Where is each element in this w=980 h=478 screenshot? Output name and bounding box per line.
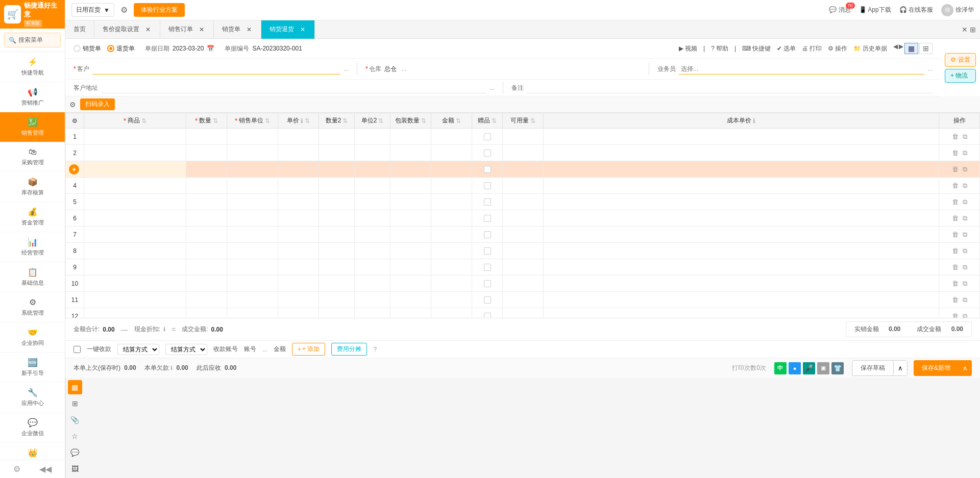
amount-cell[interactable] [431, 145, 472, 161]
sidebar-item-enterprise[interactable]: 🤝 企业协同 [0, 322, 65, 353]
delete-row-btn-active[interactable]: 🗑 [951, 164, 960, 174]
gift-checkbox[interactable] [484, 198, 491, 206]
copy-row-btn[interactable]: ⧉ [962, 132, 968, 142]
status-icon-dot[interactable]: ● [789, 362, 801, 374]
settle-method-select[interactable]: 结算方式 [117, 344, 159, 355]
sidebar-collapse-btn[interactable]: ◀◀ [39, 464, 52, 474]
sidebar-item-guide[interactable]: 🆕 新手引导 [0, 353, 65, 383]
close-all-tabs-icon[interactable]: ✕ [962, 26, 968, 34]
sort-available[interactable]: ⇅ [530, 117, 535, 124]
calendar-icon[interactable]: 📅 [207, 45, 214, 52]
cost-price-cell[interactable] [544, 129, 939, 145]
sidebar-item-system[interactable]: ⚙ 系统管理 [0, 292, 65, 322]
messages-btn[interactable]: 💬 消息 70 [829, 6, 850, 14]
qty-cell[interactable] [186, 129, 227, 145]
sort-product[interactable]: ⇅ [141, 117, 146, 124]
delete-row-btn[interactable]: 🗑 [951, 295, 960, 305]
gift-checkbox[interactable] [484, 313, 491, 318]
close-sales-order-tab[interactable]: ✕ [198, 25, 205, 34]
pkg-qty-cell[interactable] [390, 129, 431, 145]
product-cell-active[interactable] [84, 161, 186, 178]
sidebar-item-purchase[interactable]: 🛍 采购管理 [0, 142, 65, 172]
sort-amount[interactable]: ⇅ [456, 117, 461, 124]
rp-attachment-icon[interactable]: 📎 [68, 413, 82, 427]
product-input-active[interactable] [87, 166, 183, 173]
payment-help-icon[interactable]: ? [373, 346, 377, 353]
delete-row-btn[interactable]: 🗑 [951, 148, 960, 158]
add-logistics-btn[interactable]: + 物流 [945, 69, 976, 83]
action-operate[interactable]: ⚙ 操作 [828, 44, 847, 53]
sort-sales-unit[interactable]: ⇅ [265, 117, 270, 124]
search-menu-button[interactable]: 🔍 搜索菜单 [4, 33, 61, 47]
sidebar-item-marketing[interactable]: 📢 营销推广 [0, 82, 65, 112]
gift-checkbox[interactable] [484, 133, 491, 140]
add-row-btn[interactable]: + [69, 164, 79, 174]
copy-row-btn-active[interactable]: ⧉ [962, 164, 968, 174]
rp-image-icon[interactable]: 🖼 [68, 462, 82, 476]
user-menu[interactable]: 徐 徐泽华 [941, 4, 974, 16]
save-new-dropdown-btn[interactable]: ∧ [959, 360, 972, 376]
sidebar-item-inventory[interactable]: 📦 库存核算 [0, 172, 65, 202]
sidebar-item-wechat[interactable]: 💬 企业微信 [0, 413, 65, 443]
unit-price-cell[interactable] [278, 129, 319, 145]
gift-checkbox[interactable] [484, 231, 491, 238]
action-help[interactable]: ? 帮助 [711, 44, 728, 53]
gift-checkbox[interactable] [484, 149, 491, 157]
sidebar-item-apps[interactable]: 🔧 应用中心 [0, 383, 65, 413]
action-history[interactable]: 📁 历史单据 [853, 44, 887, 53]
address-input[interactable] [101, 83, 486, 93]
add-payment-btn[interactable]: + + 添加 [292, 343, 325, 356]
settings-btn[interactable]: ⚙ 设置 [945, 53, 976, 67]
tab-sales-delivery[interactable]: 销货单 ✕ [214, 20, 261, 39]
save-new-btn[interactable]: 保存&新增 [914, 360, 959, 376]
available-cell[interactable] [503, 129, 544, 145]
qty2-cell[interactable] [319, 145, 355, 161]
qty-cell[interactable] [186, 145, 227, 161]
unit2-cell[interactable] [355, 145, 390, 161]
rp-grid-icon[interactable]: ⊞ [68, 396, 82, 411]
salesperson-dots[interactable]: ... [927, 65, 933, 72]
sort-qty2[interactable]: ⇅ [342, 117, 348, 124]
gift-checkbox[interactable] [484, 264, 491, 271]
prev-record-btn[interactable]: ◀ [893, 43, 898, 54]
delete-row-btn[interactable]: 🗑 [951, 279, 960, 289]
topbar-settings-icon[interactable]: ⚙ [120, 5, 128, 15]
one-click-pay-checkbox[interactable] [74, 346, 81, 353]
tab-price-setting[interactable]: 售价提取设置 ✕ [94, 20, 160, 39]
product-cell[interactable] [84, 129, 186, 145]
experience-btn[interactable]: 体验行业方案 [134, 3, 185, 17]
sidebar-item-sales[interactable]: 💹 销售管理 [0, 112, 65, 142]
industry-selector[interactable]: 日用百货 ▼ [71, 3, 114, 17]
rp-chat-icon[interactable]: 💬 [68, 445, 82, 460]
amount-cell[interactable] [431, 129, 472, 145]
app-download-btn[interactable]: 📱 App下载 [859, 6, 891, 14]
action-video[interactable]: ▶ 视频 [679, 44, 697, 53]
card-view-btn[interactable]: ⊞ [919, 43, 933, 54]
cost-price-info-icon[interactable]: ℹ [753, 117, 755, 124]
copy-row-btn[interactable]: ⧉ [962, 246, 968, 256]
action-print[interactable]: 🖨 打印 [802, 44, 822, 53]
barcode-scan-btn[interactable]: 扫码录入 [80, 98, 115, 110]
gift-checkbox[interactable] [484, 215, 491, 222]
gift-checkbox[interactable] [484, 280, 491, 287]
delete-row-btn[interactable]: 🗑 [951, 132, 960, 142]
sidebar-item-member[interactable]: 👑 畅会员 [0, 443, 65, 460]
save-draft-btn[interactable]: 保存草稿 [852, 361, 894, 375]
copy-row-btn[interactable]: ⧉ [962, 230, 968, 240]
close-sales-return-tab[interactable]: ✕ [299, 25, 306, 34]
customer-dots[interactable]: ... [344, 65, 349, 72]
discount-info-icon[interactable]: ℹ [163, 326, 165, 333]
pkg-qty-cell[interactable] [390, 145, 431, 161]
sales-unit-cell[interactable] [227, 145, 278, 161]
status-icon-chinese[interactable]: 中 [774, 362, 787, 374]
sidebar-item-shortcuts[interactable]: ⚡ 快捷导航 [0, 52, 65, 82]
delete-row-btn[interactable]: 🗑 [951, 213, 960, 223]
sidebar-settings-btn[interactable]: ⚙ [13, 464, 20, 474]
delete-row-btn[interactable]: 🗑 [951, 246, 960, 256]
delete-row-btn[interactable]: 🗑 [951, 230, 960, 240]
copy-row-btn[interactable]: ⧉ [962, 181, 968, 191]
copy-row-btn[interactable]: ⧉ [962, 311, 968, 318]
tab-sales-return[interactable]: 销货退货 ✕ [261, 20, 315, 39]
tab-sales-order[interactable]: 销售订单 ✕ [160, 20, 214, 39]
unit-price-cell[interactable] [278, 145, 319, 161]
